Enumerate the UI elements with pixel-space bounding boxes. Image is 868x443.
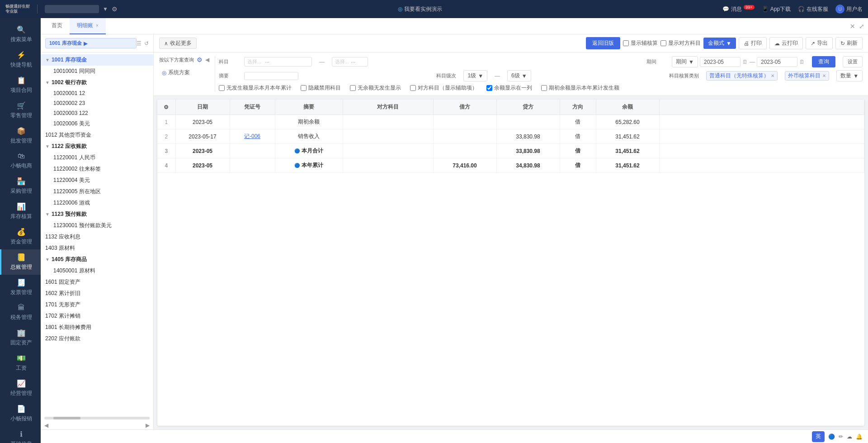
back-old-btn[interactable]: 返回旧版: [586, 37, 620, 49]
tree-node-10020003[interactable]: 10020003 122: [41, 108, 153, 118]
type-filter-tag[interactable]: 普通科目（无特殊核算） ✕: [706, 71, 778, 81]
tree-node-1405[interactable]: ▼ 1405 库存商品: [41, 254, 153, 265]
tab-close-icon[interactable]: ×: [96, 23, 99, 28]
expand-more-btn[interactable]: ∧ 收起更多: [159, 38, 197, 49]
checkbox-no-amount-input[interactable]: [350, 85, 356, 91]
cloud-print-btn[interactable]: ☁ 云打印: [769, 37, 803, 49]
checkbox-hide-disabled-input[interactable]: [301, 85, 307, 91]
checkbox-opposite[interactable]: 对方科目（显示辅助项）: [410, 84, 477, 92]
sidebar-item-invoice[interactable]: 🧾 发票管理: [0, 275, 41, 300]
tree-node-1012[interactable]: 1012 其他货币资金: [41, 129, 153, 141]
tree-node-1601[interactable]: 1601 固定资产: [41, 276, 153, 288]
show-check-checkbox[interactable]: 显示辅核算: [623, 39, 658, 47]
tree-node-11220004[interactable]: 11220004 美元: [41, 175, 153, 186]
sidebar-item-retail[interactable]: 🛒 零售管理: [0, 98, 41, 123]
tree-node-1602[interactable]: 1602 累计折旧: [41, 288, 153, 299]
subject-input-wrapper[interactable]: 选择... ···: [244, 57, 312, 67]
sidebar-item-purchase[interactable]: 🏪 采购管理: [0, 173, 41, 199]
user-item[interactable]: U 用户名: [835, 5, 863, 14]
sidebar-item-project[interactable]: 📋 项目合同: [0, 72, 41, 98]
tree-node-10020006[interactable]: 10020006 美元: [41, 118, 153, 129]
tree-refresh-icon[interactable]: ↺: [144, 40, 149, 47]
window-expand-icon[interactable]: ⤢: [859, 23, 864, 30]
checkbox-opening[interactable]: 期初余额显示本年累计发生额: [541, 84, 619, 92]
window-close-icon[interactable]: ✕: [850, 23, 855, 30]
tree-node-1002[interactable]: ▼ 1002 银行存款: [41, 77, 153, 88]
tree-node-11220002[interactable]: 11220002 往来标签: [41, 163, 153, 175]
show-opposite-input[interactable]: [660, 40, 666, 46]
sidebar-item-inventory[interactable]: 📊 库存核算: [0, 199, 41, 224]
col-settings[interactable]: ⚙: [157, 100, 175, 115]
tree-node-1801[interactable]: 1801 长期待摊费用: [41, 322, 153, 333]
cell-voucher-1[interactable]: 记-006: [230, 129, 275, 144]
period-type-select[interactable]: 期间 ▼: [672, 56, 698, 67]
quantity-select[interactable]: 数量 ▼: [836, 70, 863, 81]
checkbox-no-balance-input[interactable]: [219, 85, 225, 91]
summary-input[interactable]: [244, 72, 298, 80]
type-tag-close-icon[interactable]: ✕: [771, 73, 774, 78]
online-service-item[interactable]: 🎧 在线客服: [798, 5, 828, 13]
sidebar-item-search[interactable]: 🔍 搜索菜单: [0, 22, 41, 47]
tree-node-1701[interactable]: 1701 无形资产: [41, 299, 153, 310]
period-end-calendar-icon[interactable]: 🗓: [799, 59, 805, 65]
checkbox-balance-col-input[interactable]: [486, 85, 492, 91]
voucher-link-1[interactable]: 记-006: [244, 133, 260, 139]
scheme-system-item[interactable]: ◎ 系统方案: [159, 67, 209, 78]
tree-node-11220001[interactable]: 11220001 人民币: [41, 152, 153, 163]
show-check-input[interactable]: [623, 40, 629, 46]
checkbox-balance-col[interactable]: 余额显示在一列: [486, 84, 532, 92]
tree-node-10020001[interactable]: 10020001 12: [41, 88, 153, 98]
scroll-right-icon[interactable]: ▶: [146, 422, 150, 429]
tree-node-2202[interactable]: 2202 应付账款: [41, 333, 153, 344]
tree-node-10020002[interactable]: 10020002 23: [41, 98, 153, 108]
tree-scrollbar[interactable]: [44, 417, 150, 419]
show-opposite-checkbox[interactable]: 显示对方科目: [660, 39, 701, 47]
sidebar-item-nav[interactable]: ⚡ 快捷导航: [0, 47, 41, 72]
current-account-selector[interactable]: 1001 库存现金 ▶: [45, 38, 137, 48]
tree-node-1702[interactable]: 1702 累计摊销: [41, 310, 153, 322]
tab-detail[interactable]: 明细账 ×: [70, 18, 106, 34]
status-cloud-icon[interactable]: ☁: [847, 433, 852, 440]
scheme-collapse-icon[interactable]: ◀: [205, 57, 209, 63]
status-bell-icon[interactable]: 🔔: [856, 433, 863, 440]
tree-node-11220006[interactable]: 11220006 游戏: [41, 197, 153, 209]
tree-node-1123[interactable]: ▼ 1123 预付账款: [41, 209, 153, 220]
checkbox-hide-disabled[interactable]: 隐藏禁用科目: [301, 84, 341, 92]
tree-node-1132[interactable]: 1132 应收利息: [41, 231, 153, 243]
tree-node-10010001[interactable]: 10010001 同同同: [41, 66, 153, 77]
checkbox-opposite-input[interactable]: [410, 85, 416, 91]
amount-format-btn[interactable]: 金额式 ▼: [703, 38, 736, 49]
scroll-left-icon[interactable]: ◀: [44, 422, 48, 429]
sidebar-item-payroll[interactable]: 💵 工资: [0, 350, 41, 376]
status-edit-icon[interactable]: ✏: [839, 433, 843, 440]
message-item[interactable]: 💬 消息 99+: [722, 5, 754, 13]
setting-btn[interactable]: 设置: [843, 56, 863, 67]
sidebar-item-finance[interactable]: 💰 资金管理: [0, 224, 41, 249]
tree-node-11220005[interactable]: 11220005 所在地区: [41, 186, 153, 197]
scheme-settings-icon[interactable]: ⚙: [197, 56, 203, 63]
checkbox-no-amount[interactable]: 无余额无发生显示: [350, 84, 401, 92]
tree-node-1122[interactable]: ▼ 1122 应收账款: [41, 141, 153, 152]
sidebar-item-wholesale[interactable]: 📦 批发管理: [0, 123, 41, 148]
period-end-input[interactable]: 2023-05: [757, 57, 797, 67]
sidebar-item-basic[interactable]: ℹ 基础信息: [0, 426, 41, 443]
query-btn[interactable]: 查询: [812, 56, 835, 67]
foreign-tag-close-icon[interactable]: ✕: [822, 73, 826, 78]
checkbox-no-balance[interactable]: 无发生额显示本月本年累计: [219, 84, 292, 92]
tree-node-11230001[interactable]: 11230001 预付账款美元: [41, 220, 153, 231]
tree-node-1001[interactable]: ▼ 1001 库存现金: [41, 54, 153, 66]
lang-switch-btn[interactable]: 英: [812, 431, 825, 442]
tree-node-14050001[interactable]: 14050001 原材料: [41, 265, 153, 276]
level-end-select[interactable]: 6级 ▼: [507, 70, 531, 81]
refresh-btn[interactable]: ↻ 刷新: [835, 37, 863, 49]
sidebar-item-tax[interactable]: 🏛 税务管理: [0, 300, 41, 325]
status-icon-1[interactable]: 🔵: [828, 433, 835, 440]
level-start-select[interactable]: 1级 ▼: [463, 70, 487, 81]
period-start-input[interactable]: 2023-05: [700, 57, 741, 67]
tree-node-1403[interactable]: 1403 原材料: [41, 243, 153, 254]
top-search-dropdown[interactable]: ▼: [103, 6, 108, 12]
table-settings-icon[interactable]: ⚙: [164, 104, 169, 110]
sidebar-item-ecommerce[interactable]: 🛍 小畅电商: [0, 148, 41, 173]
export-btn[interactable]: ↗ 导出: [806, 37, 833, 49]
topbar-demo[interactable]: ◎ 我要看实例演示: [398, 5, 442, 13]
